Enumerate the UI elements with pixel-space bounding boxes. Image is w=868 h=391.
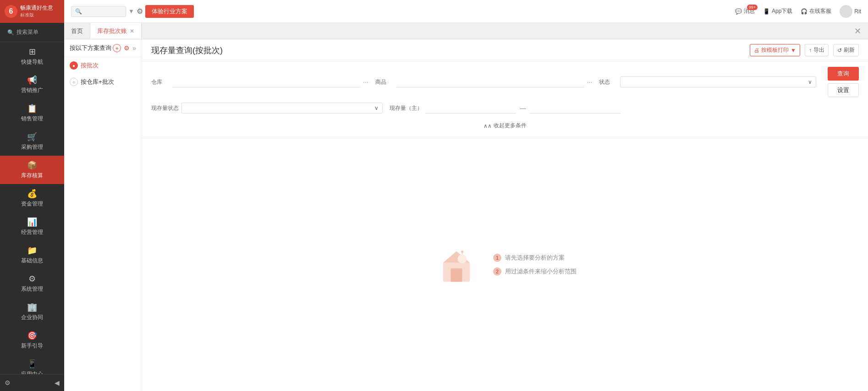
stock-status-select[interactable]: ∨ bbox=[181, 103, 383, 114]
sidebar-item-system[interactable]: ⚙ 系统管理 bbox=[0, 269, 64, 298]
filter-stock-status: 现存量状态 ∨ bbox=[151, 103, 383, 114]
sidebar-item-inventory[interactable]: 📦 库存核算 bbox=[0, 156, 64, 184]
sidebar-item-basic-info[interactable]: 📁 基础信息 bbox=[0, 241, 64, 269]
app-center-icon: 📱 bbox=[27, 359, 37, 369]
app-logo: 6 bbox=[5, 5, 17, 18]
app-download-button[interactable]: 📱 App下载 bbox=[763, 7, 792, 15]
scheme-active-icon: ● bbox=[70, 61, 78, 70]
dropdown-icon[interactable]: ▼ bbox=[128, 8, 134, 15]
settings-button[interactable]: 设置 bbox=[828, 83, 859, 97]
hint-number-1: 1 bbox=[493, 254, 501, 262]
tab-home[interactable]: 首页 bbox=[64, 23, 90, 39]
tab-close-icon[interactable]: ✕ bbox=[130, 28, 134, 34]
finance-icon: 💰 bbox=[27, 189, 37, 199]
topbar-gear-icon[interactable]: ⚙ bbox=[137, 7, 143, 16]
app-name: 畅康通好生意 bbox=[20, 5, 53, 12]
filter-area: 仓库 ··· 商品 ··· 状态 bbox=[142, 61, 868, 138]
system-icon: ⚙ bbox=[28, 274, 36, 284]
empty-text-area: 1 请先选择要分析的方案 2 用过滤条件来缩小分析范围 bbox=[493, 254, 577, 276]
operations-icon: 📊 bbox=[27, 217, 37, 227]
export-button[interactable]: ↑ 导出 bbox=[805, 44, 829, 56]
page-header: 现存量查询(按批次) 🖨 按模板打印 ▼ ↑ 导出 ↺ 刷新 bbox=[142, 39, 868, 61]
left-panel: 按以下方案查询 + ⚙ » ● 按批次 ○ 按仓库+批次 bbox=[64, 39, 142, 391]
basic-info-icon: 📁 bbox=[27, 245, 37, 255]
app-version: 标准版 bbox=[20, 12, 53, 18]
svg-point-5 bbox=[461, 250, 463, 253]
warehouse-input[interactable] bbox=[172, 77, 360, 87]
refresh-button[interactable]: ↺ 刷新 bbox=[833, 44, 859, 56]
svg-rect-2 bbox=[451, 268, 462, 282]
collapse-filters-button[interactable]: ∧∧ 收起更多条件 bbox=[151, 119, 859, 132]
online-service-button[interactable]: 🎧 在线客服 bbox=[801, 7, 831, 15]
sidebar: 6 畅康通好生意 标准版 🔍 搜索菜单 ⊞ 快捷导航 📢 营销推广 📋 销售管理… bbox=[0, 0, 64, 391]
stock-qty-max-input[interactable] bbox=[530, 103, 621, 114]
settings-footer-button[interactable]: ⚙ bbox=[5, 379, 11, 386]
scheme-item-by-warehouse-batch[interactable]: ○ 按仓库+批次 bbox=[64, 74, 142, 90]
message-button[interactable]: 💬 消息 99+ bbox=[735, 7, 755, 15]
stock-qty-min-input[interactable] bbox=[425, 103, 516, 114]
left-panel-actions: + ⚙ » bbox=[113, 44, 136, 52]
filter-warehouse: 仓库 ··· bbox=[151, 77, 368, 87]
print-icon: 🖨 bbox=[754, 47, 759, 54]
export-icon: ↑ bbox=[809, 47, 812, 54]
range-dash: — bbox=[520, 104, 526, 112]
stock-qty-label: 现存量（主） bbox=[390, 104, 423, 112]
enterprise-icon: 🏢 bbox=[27, 302, 37, 312]
message-badge: 99+ bbox=[747, 5, 758, 10]
download-icon: 📱 bbox=[763, 8, 770, 15]
scheme-settings-icon[interactable]: ⚙ bbox=[124, 44, 130, 52]
empty-state: 1 请先选择要分析的方案 2 用过滤条件来缩小分析范围 bbox=[142, 138, 868, 391]
sidebar-search-area: 🔍 搜索菜单 bbox=[0, 23, 64, 42]
message-icon: 💬 bbox=[735, 8, 742, 15]
filter-status: 状态 ∨ bbox=[599, 76, 816, 87]
search-menu-button[interactable]: 🔍 搜索菜单 bbox=[5, 27, 60, 38]
sidebar-item-quick-nav[interactable]: ⊞ 快捷导航 bbox=[0, 42, 64, 71]
new-guide-icon: 🎯 bbox=[27, 331, 37, 341]
product-input[interactable] bbox=[396, 77, 584, 87]
status-select[interactable]: ∨ bbox=[620, 76, 816, 87]
left-panel-header: 按以下方案查询 + ⚙ » bbox=[64, 39, 142, 57]
query-button[interactable]: 查询 bbox=[828, 67, 859, 81]
scheme-item-by-batch[interactable]: ● 按批次 bbox=[64, 57, 142, 74]
sidebar-item-operations[interactable]: 📊 经营管理 bbox=[0, 212, 64, 241]
product-dots[interactable]: ··· bbox=[587, 78, 593, 86]
stock-status-label: 现存量状态 bbox=[151, 104, 179, 112]
add-scheme-icon[interactable]: + bbox=[113, 44, 121, 52]
filter-row-2: 现存量状态 ∨ 现存量（主） — bbox=[151, 103, 859, 114]
page-header-actions: 🖨 按模板打印 ▼ ↑ 导出 ↺ 刷新 bbox=[750, 44, 859, 56]
status-label: 状态 bbox=[599, 78, 617, 86]
product-label: 商品 bbox=[375, 78, 394, 86]
trial-button[interactable]: 体验行业方案 bbox=[145, 5, 194, 18]
empty-hint-1: 1 请先选择要分析的方案 bbox=[493, 254, 577, 262]
main-area: 🔍 ▼ ⚙ 体验行业方案 💬 消息 99+ 📱 App下载 🎧 在线客服 R bbox=[64, 0, 868, 391]
tab-close-main-icon[interactable]: ✕ bbox=[854, 26, 861, 36]
sidebar-item-app-center[interactable]: 📱 应用中心 bbox=[0, 354, 64, 374]
sidebar-item-finance[interactable]: 💰 资金管理 bbox=[0, 184, 64, 212]
quick-nav-icon: ⊞ bbox=[29, 47, 36, 57]
sidebar-item-marketing[interactable]: 📢 营销推广 bbox=[0, 71, 64, 99]
warehouse-dots[interactable]: ··· bbox=[363, 78, 368, 86]
scheme-inactive-icon: ○ bbox=[70, 78, 78, 86]
stock-qty-range: — bbox=[425, 103, 621, 114]
print-button[interactable]: 🖨 按模板打印 ▼ bbox=[750, 44, 800, 56]
sidebar-item-new-guide[interactable]: 🎯 新手引导 bbox=[0, 326, 64, 354]
stock-status-chevron-icon: ∨ bbox=[374, 105, 379, 111]
avatar bbox=[840, 5, 852, 18]
user-profile-button[interactable]: Rit bbox=[840, 5, 861, 18]
print-chevron-icon: ▼ bbox=[791, 47, 796, 54]
topbar-right: 💬 消息 99+ 📱 App下载 🎧 在线客服 Rit bbox=[735, 5, 861, 18]
left-panel-title: 按以下方案查询 bbox=[70, 44, 111, 52]
collapse-sidebar-button[interactable]: ◀ bbox=[55, 379, 60, 386]
warehouse-label: 仓库 bbox=[151, 78, 170, 86]
page-title: 现存量查询(按批次) bbox=[151, 45, 223, 56]
tab-inventory-batch[interactable]: 库存批次账 ✕ bbox=[90, 23, 142, 39]
sidebar-item-purchase[interactable]: 🛒 采购管理 bbox=[0, 127, 64, 156]
sidebar-item-sales[interactable]: 📋 销售管理 bbox=[0, 99, 64, 127]
filter-wrapper: 仓库 ··· 商品 ··· 状态 bbox=[142, 61, 868, 138]
top-search-box[interactable]: 🔍 bbox=[71, 6, 126, 17]
collapse-icon: ∧∧ bbox=[483, 123, 492, 129]
content-area: 按以下方案查询 + ⚙ » ● 按批次 ○ 按仓库+批次 现存量查询(按批次) bbox=[64, 39, 868, 391]
sidebar-item-enterprise[interactable]: 🏢 企业协同 bbox=[0, 298, 64, 326]
collapse-panel-icon[interactable]: » bbox=[132, 44, 136, 52]
hint-number-2: 2 bbox=[493, 267, 501, 276]
